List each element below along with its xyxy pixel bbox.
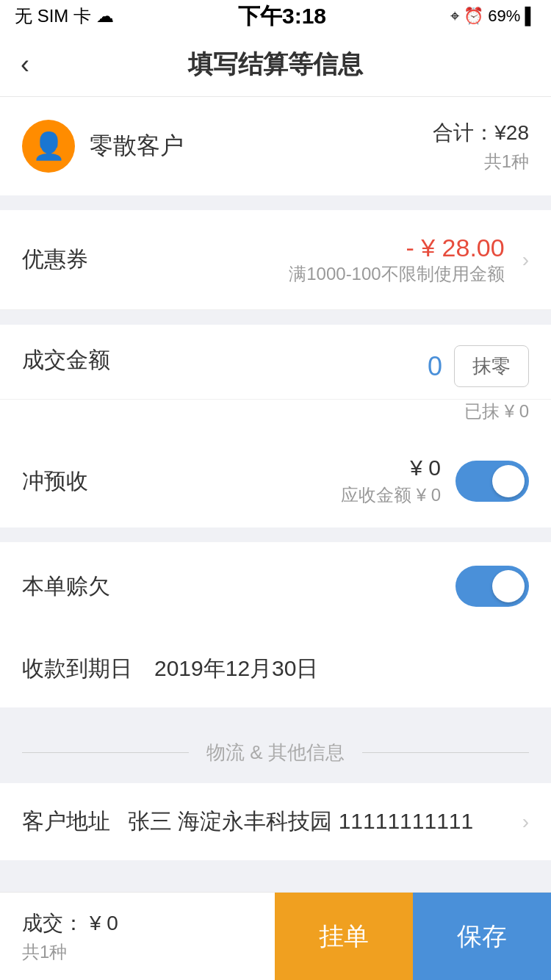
avatar-icon: 👤 <box>32 131 65 162</box>
hang-order-button[interactable]: 挂单 <box>275 893 413 981</box>
status-bar: 无 SIM 卡 ☁ 下午3:18 ⌖ ⏰ 69% ▌ <box>0 0 551 32</box>
address-value: 张三 海淀永丰科技园 11111111111 <box>128 807 516 837</box>
duedate-row: 收款到期日 2019年12月30日 <box>0 630 551 707</box>
bottom-deal-line: 成交： ¥ 0 <box>22 909 253 937</box>
address-label: 客户地址 <box>22 807 110 837</box>
deal-amount-row: 成交金额 抹零 <box>0 325 551 400</box>
status-time: 下午3:18 <box>238 1 326 32</box>
deal-amount-input[interactable] <box>383 351 442 382</box>
coupon-chevron-icon: › <box>522 248 529 272</box>
nav-bar: ‹ 填写结算等信息 <box>0 32 551 97</box>
customer-summary: 合计：¥28 共1种 <box>433 119 529 173</box>
duedate-label: 收款到期日 <box>22 654 132 684</box>
bottom-deal-amount: ¥ 0 <box>90 912 118 935</box>
prepayment-section: 冲预收 ¥ 0 应收金额 ¥ 0 <box>0 435 551 527</box>
address-section: 客户地址 张三 海淀永丰科技园 11111111111 › <box>0 783 551 860</box>
logistics-line-right <box>362 752 529 753</box>
customer-total: 合计：¥28 <box>433 119 529 147</box>
customer-name: 零散客户 <box>90 130 184 162</box>
deal-amount-right: 抹零 <box>383 345 529 387</box>
bottom-bar: 成交： ¥ 0 共1种 挂单 保存 <box>0 892 551 980</box>
duedate-section: 收款到期日 2019年12月30日 <box>0 630 551 707</box>
logistics-header: 物流 & 其他信息 <box>0 722 551 783</box>
logistics-text: 物流 & 其他信息 <box>189 740 362 765</box>
coupon-info: - ¥ 28.00 满1000-100不限制使用金额 <box>289 234 504 286</box>
customer-left: 👤 零散客户 <box>22 120 184 173</box>
bottom-deal-label: 成交： <box>22 909 84 937</box>
page-title: 填写结算等信息 <box>188 48 363 82</box>
address-chevron-icon: › <box>522 810 529 834</box>
coupon-right: - ¥ 28.00 满1000-100不限制使用金额 › <box>289 234 529 286</box>
battery-icon: ▌ <box>525 7 536 26</box>
customer-count: 共1种 <box>433 150 529 173</box>
coupon-label: 优惠券 <box>22 245 88 275</box>
credit-section: 本单赊欠 <box>0 542 551 630</box>
alarm-icon: ⏰ <box>464 7 483 26</box>
prepayment-right: ¥ 0 应收金额 ¥ 0 <box>341 455 529 507</box>
battery-level: 69% <box>488 7 520 26</box>
bottom-count: 共1种 <box>22 940 253 964</box>
deal-amount-label: 成交金额 <box>22 345 110 375</box>
prepayment-sub: 应收金额 ¥ 0 <box>341 483 441 507</box>
prepayment-main-amount: ¥ 0 <box>341 455 441 480</box>
status-left: 无 SIM 卡 ☁ <box>15 4 114 28</box>
credit-label: 本单赊欠 <box>22 572 110 602</box>
deal-section: 成交金额 抹零 已抹 ¥ 0 <box>0 325 551 435</box>
back-button[interactable]: ‹ <box>21 49 29 80</box>
coupon-row[interactable]: 优惠券 - ¥ 28.00 满1000-100不限制使用金额 › <box>0 210 551 310</box>
coupon-section: 优惠券 - ¥ 28.00 满1000-100不限制使用金额 › <box>0 210 551 310</box>
coupon-discount: - ¥ 28.00 <box>289 234 504 262</box>
section-divider-1 <box>0 527 551 542</box>
prepayment-toggle[interactable] <box>455 461 529 502</box>
credit-toggle[interactable] <box>455 566 529 607</box>
prepayment-row: 冲预收 ¥ 0 应收金额 ¥ 0 <box>0 435 551 527</box>
round-off-button[interactable]: 抹零 <box>454 345 529 387</box>
logistics-line-left <box>22 752 189 753</box>
customer-avatar-icon: 👤 <box>22 120 75 173</box>
sim-status: 无 SIM 卡 ☁ <box>15 4 114 28</box>
bottom-summary: 成交： ¥ 0 共1种 <box>0 909 275 964</box>
credit-row: 本单赊欠 <box>0 542 551 630</box>
status-right: ⌖ ⏰ 69% ▌ <box>450 7 536 26</box>
prepayment-amount-info: ¥ 0 应收金额 ¥ 0 <box>341 455 441 507</box>
save-button[interactable]: 保存 <box>413 893 551 981</box>
location-icon: ⌖ <box>450 7 459 26</box>
coupon-desc: 满1000-100不限制使用金额 <box>289 262 504 286</box>
duedate-value: 2019年12月30日 <box>154 654 318 684</box>
address-row[interactable]: 客户地址 张三 海淀永丰科技园 11111111111 › <box>0 783 551 860</box>
customer-row: 👤 零散客户 合计：¥28 共1种 <box>0 97 551 195</box>
deal-amount-sub: 已抹 ¥ 0 <box>0 400 551 435</box>
prepayment-label: 冲预收 <box>22 466 88 497</box>
